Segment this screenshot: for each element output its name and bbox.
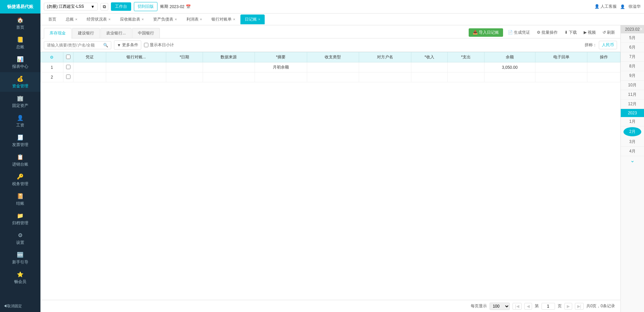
tab-balance[interactable]: 资产负债表 × [149, 15, 181, 24]
tab-bank-statement[interactable]: 银行对账单 × [207, 15, 239, 24]
app-logo: 畅捷通易代账 [0, 0, 40, 13]
sidebar-item-guide[interactable]: 🆕 新手引导 [0, 248, 40, 268]
payroll-icon: 👤 [17, 115, 24, 121]
sidebar-item-home[interactable]: 🏠 首页 [0, 13, 40, 33]
tab-receivable-close[interactable]: × [142, 17, 144, 21]
th-ereceive: 电子回单 [535, 52, 587, 62]
sidebar-item-ledger[interactable]: 📒 总账 [0, 33, 40, 53]
date-month-1[interactable]: 1月 [621, 117, 644, 126]
th-expense: *支出 [448, 52, 485, 62]
sub-tab-ccb[interactable]: 建设银行 [72, 28, 100, 38]
date-month-6[interactable]: 6月 [621, 43, 644, 52]
page-prev-btn[interactable]: ◀ [524, 303, 532, 310]
th-voucher: 凭证 [73, 52, 106, 62]
sub-tabs: 库存现金 建设银行 农业银行... 中国银行 📥 导入日记账 📄 生成凭证 ⚙ [40, 25, 620, 38]
sidebar-item-funds[interactable]: 💰 资金管理 [0, 72, 40, 92]
date-month-3[interactable]: 3月 [621, 137, 644, 147]
select-all-checkbox[interactable] [66, 55, 70, 59]
sub-tab-cash[interactable]: 库存现金 [44, 28, 71, 38]
row2-seq: 2 [41, 73, 63, 82]
tab-home[interactable]: 首页 [44, 15, 61, 24]
sub-tab-boc[interactable]: 中国银行 [132, 28, 160, 38]
daily-subtotal-checkbox[interactable] [144, 43, 148, 47]
sub-tab-actions: 📥 导入日记账 📄 生成凭证 ⚙ 批量操作 ⬇ 下载 [469, 28, 617, 38]
date-month-4[interactable]: 4月 [621, 147, 644, 156]
company-selector[interactable]: (勿册) 江西超宝-LSS ▼ [44, 3, 98, 10]
tab-profit[interactable]: 利润表 × [182, 15, 206, 24]
tab-status-close[interactable]: × [108, 17, 110, 21]
date-month-11[interactable]: 11月 [621, 90, 644, 100]
tab-receivable[interactable]: 应收账款表 × [116, 15, 148, 24]
refresh-btn[interactable]: ↺ 刷新 [601, 29, 617, 36]
gen-voucher-btn[interactable]: 📄 生成凭证 [506, 29, 532, 36]
tab-ledger-close[interactable]: × [75, 17, 77, 21]
search-input[interactable] [47, 43, 102, 48]
date-month-9[interactable]: 9月 [621, 71, 644, 81]
voucher-icon: 📄 [508, 30, 513, 35]
sidebar-item-tax[interactable]: 🔑 税务管理 [0, 170, 40, 190]
tab-journal-close[interactable]: × [258, 17, 260, 21]
search-icon[interactable]: 🔍 [103, 43, 108, 48]
date-panel-close[interactable]: × [640, 26, 643, 32]
row1-summary: 月初余额 [255, 62, 307, 73]
th-date: *日期 [166, 52, 203, 62]
th-type: 收支类型 [307, 52, 359, 62]
per-page-select[interactable]: 100 [490, 303, 510, 310]
row1-balance: 3,050.00 [484, 62, 535, 73]
sidebar-item-payroll[interactable]: 👤 工资 [0, 111, 40, 131]
date-panel-down-nav[interactable]: ⌄ [621, 156, 644, 165]
gear-icon: ⚙ [18, 232, 23, 238]
tab-bank-close[interactable]: × [233, 17, 235, 21]
sales-icon: 📋 [17, 154, 24, 160]
date-month-2[interactable]: 2月 [623, 127, 641, 137]
date-month-10[interactable]: 10月 [621, 81, 644, 90]
show-daily-subtotal-check[interactable]: 显示本日小计 [144, 42, 174, 48]
date-month-8[interactable]: 8月 [621, 62, 644, 71]
sidebar-item-assets[interactable]: 🏢 固定资产 [0, 92, 40, 111]
sidebar-item-settings[interactable]: ⚙ 设置 [0, 229, 40, 248]
video-btn[interactable]: ▶ 视频 [582, 29, 598, 36]
tab-balance-close[interactable]: × [175, 17, 177, 21]
page-last-btn[interactable]: ▶| [575, 303, 584, 310]
date-month-7[interactable]: 7月 [621, 52, 644, 62]
user-name: 徐溢华 [628, 4, 641, 9]
calendar-icon[interactable]: 📅 [186, 4, 191, 9]
sidebar-item-close[interactable]: 📔 结账 [0, 190, 40, 209]
invoice-icon: 🧾 [17, 134, 24, 141]
sub-tab-abc[interactable]: 农业银行... [100, 28, 131, 38]
currency-selector[interactable]: 人民币 [599, 41, 617, 49]
date-curr-year[interactable]: 2023 [621, 109, 644, 117]
customer-service-btn[interactable]: 👤 人工客服 [594, 4, 617, 9]
page-next-btn[interactable]: ▶ [564, 303, 572, 310]
funds-icon: 💰 [17, 76, 24, 82]
company-name: (勿册) 江西超宝-LSS [47, 4, 84, 9]
sidebar-unpin[interactable]: ◀取消固定 [0, 300, 40, 312]
tab-journal[interactable]: 日记账 × [240, 15, 265, 24]
sidebar-item-invoice[interactable]: 🧾 发票管理 [0, 131, 40, 150]
row2-checkbox[interactable] [63, 73, 73, 82]
page-first-btn[interactable]: |◀ [513, 303, 521, 310]
table-config-btn[interactable]: ⚙ [41, 52, 63, 62]
row1-checkbox[interactable] [63, 62, 73, 73]
row1-seq: 1 [41, 62, 63, 73]
date-month-5[interactable]: 5月 [621, 33, 644, 43]
batch-ops-btn[interactable]: ⚙ 批量操作 [535, 29, 560, 36]
sidebar-item-reports[interactable]: 📊 报表中心 [0, 53, 40, 72]
tab-status[interactable]: 经营状况表 × [82, 15, 115, 24]
more-filter-btn[interactable]: ▼ 更多条件 [114, 40, 141, 50]
tab-ledger[interactable]: 总账 × [61, 15, 82, 24]
ledger-icon: 📒 [17, 36, 24, 43]
download-btn[interactable]: ⬇ 下载 [562, 29, 579, 36]
sidebar-item-archive[interactable]: 📁 归档管理 [0, 209, 40, 229]
tab-profit-close[interactable]: × [200, 17, 202, 21]
date-month-12[interactable]: 12月 [621, 100, 644, 109]
copy-icon-btn[interactable]: ⧉ [100, 3, 108, 10]
switch-old-button[interactable]: 切到旧版 [134, 2, 157, 11]
toolbar-right: 拼称： 人民币 [585, 41, 617, 49]
sidebar-item-sales[interactable]: 📋 进销台账 [0, 150, 40, 170]
th-checkbox[interactable] [63, 52, 73, 62]
sidebar-item-member[interactable]: ⭐ 畅会员 [0, 268, 40, 287]
import-journal-btn[interactable]: 📥 导入日记账 [469, 28, 503, 37]
work-bench-button[interactable]: 工作台 [111, 2, 131, 11]
page-input[interactable] [541, 303, 555, 310]
